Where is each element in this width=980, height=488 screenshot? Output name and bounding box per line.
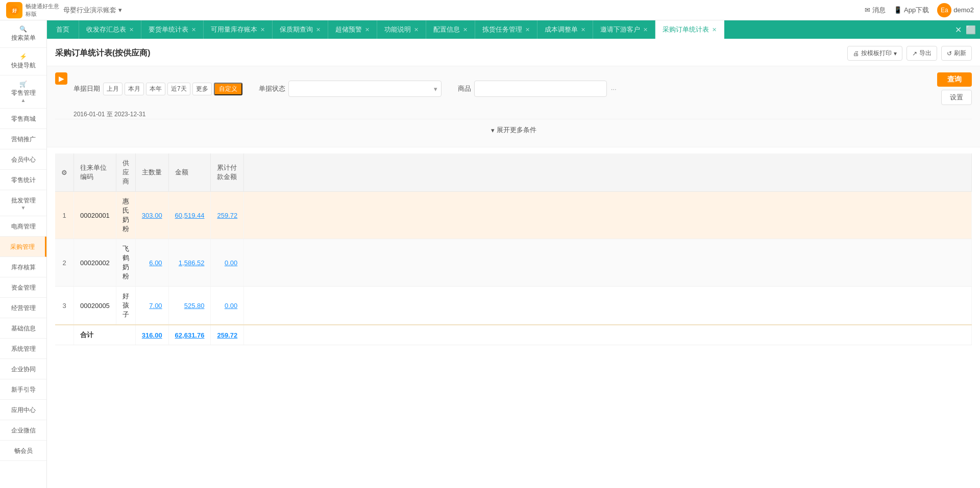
sidebar-item-finance[interactable]: 资金管理 [0,277,46,298]
close-cost-adjust[interactable]: ✕ [581,27,585,33]
workspace-selector[interactable]: 母婴行业演示账套 ▾ [63,6,122,15]
date-more[interactable]: 更多 [192,83,212,95]
row-paid-amount[interactable]: 0.00 [211,287,244,325]
date-this-year[interactable]: 本年 [146,83,165,95]
export-icon: ↗ [912,50,917,57]
nav-tab-invite-downstream[interactable]: 邀请下游客户 ✕ [593,20,655,39]
row-amount[interactable]: 1,586.52 [168,239,211,287]
page-header-actions: 🖨 按模板打印 ▾ ↗ 导出 ↺ 刷新 [847,46,972,61]
row-supplier: 飞鹤奶粉 [116,239,135,287]
phone-icon: 📱 [894,6,902,14]
nav-tab-picking-task[interactable]: 拣货任务管理 ✕ [475,20,537,39]
nav-tab-home[interactable]: 首页 [47,20,79,39]
cost-adjust-label: 成本调整单 [545,25,578,34]
close-invite-downstream[interactable]: ✕ [643,27,648,33]
query-btn[interactable]: 查询 [937,72,972,87]
app-download-btn[interactable]: 📱 App下载 [894,6,929,15]
row-amount[interactable]: 525.80 [168,287,211,325]
close-receive-send[interactable]: ✕ [129,27,134,33]
close-purchase-stats[interactable]: ✕ [712,27,717,33]
close-overstock[interactable]: ✕ [365,27,370,33]
nav-tab-available-stock[interactable]: 可用量库存账本 ✕ [204,20,273,39]
row-paid-amount[interactable]: 0.00 [211,239,244,287]
goods-input[interactable] [474,81,607,97]
close-config-info[interactable]: ✕ [463,27,468,33]
sidebar-item-retail-stats[interactable]: 零售统计 [0,170,46,190]
sidebar-item-member[interactable]: 会员中心 [0,149,46,170]
expand-more-btn[interactable]: ▾ 展开更多条件 [485,123,543,137]
sidebar: 🔍 搜索菜单 ⚡ 快捷导航 🛒 零售管理 ▲ 零售商城 营销推广 会员中心 零售… [0,20,47,488]
row-unit-code: 00020002 [74,239,116,287]
sidebar-item-quick-nav[interactable]: ⚡ 快捷导航 [0,48,46,75]
settings-icon[interactable]: ⚙ [61,169,67,176]
logo-icon: 好 [6,2,22,18]
date-last-month[interactable]: 上月 [103,83,122,95]
sidebar-item-enterprise[interactable]: 企业协同 [0,359,46,379]
row-main-qty[interactable]: 6.00 [135,239,168,287]
nav-tab-function-desc[interactable]: 功能说明 ✕ [377,20,426,39]
print-icon: 🖨 [853,50,859,57]
sidebar-item-operations[interactable]: 经营管理 [0,298,46,318]
user-profile[interactable]: Ea demo2 [937,3,974,17]
sidebar-item-inventory[interactable]: 库存核算 [0,257,46,277]
nav-tab-cost-adjust[interactable]: 成本调整单 ✕ [537,20,593,39]
refresh-btn[interactable]: ↺ 刷新 [941,46,972,61]
sidebar-item-marketing[interactable]: 营销推广 [0,129,46,149]
date-7days[interactable]: 近7天 [167,83,190,95]
sidebar-item-ecommerce[interactable]: 电商管理 [0,216,46,237]
sidebar-item-retail-mall[interactable]: 零售商城 [0,109,46,129]
sidebar-item-enterprise-wechat[interactable]: 企业微信 [0,420,46,441]
nav-tab-receive-send[interactable]: 收发存汇总表 ✕ [79,20,141,39]
table-row: 3 00020005 好孩子 7.00 525.80 0.00 [55,287,972,325]
date-this-month[interactable]: 本月 [125,83,144,95]
sidebar-item-purchase[interactable]: 采购管理 [0,237,46,257]
message-btn[interactable]: ✉ 消息 [865,6,886,15]
nav-tab-shelf-life[interactable]: 保质期查询 ✕ [273,20,328,39]
goods-more-btn[interactable]: ··· [609,85,619,93]
close-shelf-life[interactable]: ✕ [316,27,321,33]
sidebar-item-new-guide[interactable]: 新手引导 [0,379,46,400]
sidebar-item-member2[interactable]: 畅会员 [0,441,46,461]
date-custom-btn[interactable]: 自定义 [214,83,242,95]
settings-btn[interactable]: 设置 [941,90,972,105]
sidebar-item-wholesale[interactable]: 批发管理 ▼ [0,190,46,216]
footer-paid-amount: 259.72 [211,325,244,345]
close-function-desc[interactable]: ✕ [414,27,419,33]
filter-toggle-btn[interactable]: ▶ [55,72,67,85]
username-label: demo2 [953,6,974,14]
close-order-stats[interactable]: ✕ [191,27,196,33]
row-main-qty[interactable]: 303.00 [135,192,168,239]
row-empty [244,287,972,325]
print-btn[interactable]: 🖨 按模板打印 ▾ [847,46,902,61]
nav-tab-overstock[interactable]: 超储预警 ✕ [328,20,377,39]
sidebar-item-app-center[interactable]: 应用中心 [0,400,46,420]
workspace-dropdown-icon: ▾ [118,6,122,14]
row-paid-amount[interactable]: 259.72 [211,192,244,239]
config-info-label: 配置信息 [433,25,460,34]
close-available-stock[interactable]: ✕ [260,27,265,33]
goods-filter: 商品 ··· [458,81,619,97]
nav-tabs-end: ✕ ⬜ [951,25,980,35]
nav-tab-purchase-stats[interactable]: 采购订单统计表 ✕ [655,20,724,39]
function-desc-label: 功能说明 [384,25,411,34]
filter-area: ▶ 单据日期 上月 本月 本年 近7天 更多 [47,66,980,147]
sidebar-item-system[interactable]: 系统管理 [0,339,46,359]
nav-tab-config-info[interactable]: 配置信息 ✕ [426,20,475,39]
row-amount[interactable]: 60,519.44 [168,192,211,239]
sidebar-item-retail[interactable]: 🛒 零售管理 ▲ [0,75,46,109]
close-picking-task[interactable]: ✕ [525,27,530,33]
sidebar-item-basic-info[interactable]: 基础信息 [0,318,46,339]
invite-downstream-label: 邀请下游客户 [600,25,640,34]
export-btn[interactable]: ↗ 导出 [906,46,937,61]
table-header-row: ⚙ 往来单位编码 供应商 主数量 [55,153,972,192]
row-main-qty[interactable]: 7.00 [135,287,168,325]
sidebar-item-search[interactable]: 🔍 搜索菜单 [0,20,46,48]
footer-empty-check [55,325,74,345]
row-empty [244,239,972,287]
th-unit-code: 往来单位编码 [74,153,116,192]
status-select[interactable] [288,81,442,97]
close-all-tabs-btn[interactable]: ✕ [955,25,962,35]
th-empty [244,153,972,192]
maximize-btn[interactable]: ⬜ [966,25,976,35]
nav-tab-order-stats[interactable]: 要货单统计表 ✕ [141,20,204,39]
